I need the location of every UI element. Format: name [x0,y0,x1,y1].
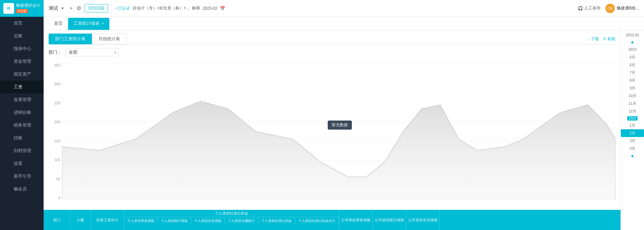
tab-home[interactable]: 首页 [49,18,68,30]
sidebar-label-member: 畅会员 [14,186,27,192]
month-2024-1月[interactable]: 1月 [621,122,644,129]
grid-line-50 [62,180,615,180]
user-section: CE 畅捷通B组... [605,4,639,13]
topbar-status: ✓已认证 好会计（专）+好生意（标）+... 账期 2023-02 📅 [115,5,225,11]
month-2023-12月[interactable]: 12月 [621,107,644,115]
sidebar-label-assets: 固定资产 [14,71,31,77]
th-sub-个人承担养老保险: 个人承担养老保险 [124,217,158,224]
sidebar-label-sales: 进销台账 [14,109,31,116]
sidebar-item-funds[interactable]: 资金管理 [0,55,44,68]
y-label-150: 150 [49,139,60,143]
y-label-0: 0 [49,196,60,200]
logo-text: 畅捷通好会计 专业版 [16,3,40,13]
sidebar-item-reports[interactable]: 报表中心 [0,42,44,55]
sidebar-item-salary[interactable]: 工资 [0,81,44,93]
sub-tabs: 部门工资统计表 月份统计表 ↓ 下载 ↻ 刷新 [44,30,621,45]
th-部门: 部门 [44,210,70,230]
y-label-250: 250 [49,101,60,105]
y-label-100: 100 [49,158,60,162]
switch-old-button[interactable]: 切到旧版 [85,4,108,12]
tab-salary-report[interactable]: 工资统计报表 × [68,18,109,30]
topbar: 测试 ▾ ＋ ⚙ 切到旧版 ✓已认证 好会计（专）+好生意（标）+... 账期 … [44,0,644,17]
content-main: 部门工资统计表 月份统计表 ↓ 下载 ↻ 刷新 部门： 全部 销售部 财务部 行… [44,30,621,230]
grid-line-150 [62,141,615,141]
th-extra-公司承担养老保险: 公司承担养老保险 [339,210,373,230]
y-label-50: 50 [49,177,60,181]
calendar-icon[interactable]: 📅 [220,6,225,11]
sidebar-label-settings: 设置 [14,160,22,167]
sidebar-item-settings[interactable]: 设置 [0,157,44,170]
sub-tab-month[interactable]: 月份统计表 [92,34,126,44]
logo-icon: 好 [3,3,14,14]
sidebar-label-tax: 税务管理 [14,122,31,128]
sidebar-item-home[interactable]: 首页 [0,17,44,30]
sidebar-label-reports: 报表中心 [14,46,31,52]
th-group-social: 个人承担社保公积金个人承担养老保险个人承担医疗保险个人承担失业保险个人承担大额医… [124,210,339,230]
topbar-right: 🎧 人工咨询 CE 畅捷通B组... [578,4,639,13]
company-dropdown-icon[interactable]: ▾ [61,6,64,11]
dept-filter-label: 部门： [49,49,62,55]
month-2023-5月[interactable]: 5月 [621,53,644,61]
year-header-2023: 2023 [621,45,644,53]
chart-container: 050100150200250300350 [44,60,621,210]
sidebar-label-ledger: 总账 [14,33,22,39]
month-2023-7月[interactable]: 7月 [621,69,644,77]
table-header: 部门人数应发工资合计个人承担社保公积金个人承担养老保险个人承担医疗保险个人承担失… [44,210,621,230]
sidebar-label-salary: 工资 [14,84,22,90]
th-应发工资合计: 应发工资合计 [91,210,124,230]
month-2023-8月[interactable]: 8月 [621,77,644,84]
chart-area: 暂无数据 [62,63,615,200]
grid-line-100 [62,160,615,161]
sidebar-item-archive[interactable]: 归档管理 [0,144,44,157]
month-2023-11月[interactable]: 11月 [621,100,644,107]
user-name: 畅捷通B组... [617,5,639,11]
sidebar-label-home: 首页 [14,20,22,26]
sidebar-item-member[interactable]: 畅会员 [0,183,44,195]
y-label-200: 200 [49,120,60,124]
sidebar-label-archive: 归档管理 [14,148,31,154]
avatar: CE [605,4,615,13]
th-人数: 人数 [70,210,91,230]
grid-line-300 [62,82,615,83]
sidebar-item-tax[interactable]: 税务管理 [0,119,44,132]
year-up-nav[interactable]: ▲ [629,38,636,45]
th-group-label: 个人承担社保公积金 [124,210,339,217]
th-sub-个人承担住房公积金: 个人承担住房公积金 [258,217,295,224]
month-2024-3月[interactable]: 3月 [621,137,644,145]
download-button[interactable]: ↓ 下载 [588,36,599,42]
month-2023-9月[interactable]: 9月 [621,84,644,92]
current-year-display: 2023.02 [624,32,641,38]
y-label-300: 300 [49,82,60,86]
grid-line-350 [62,63,615,63]
sub-tab-dept[interactable]: 部门工资统计表 [49,34,92,44]
sidebar-item-ledger[interactable]: 总账 [0,30,44,42]
month-2023-6月[interactable]: 6月 [621,61,644,69]
month-2023-10月[interactable]: 10月 [621,92,644,100]
chart-svg [62,63,615,200]
gear-icon[interactable]: ⚙ [76,5,81,11]
year-down-nav[interactable]: ▼ [629,152,636,160]
sidebar-item-invoice[interactable]: 发票管理 [0,93,44,106]
sidebar-item-settle[interactable]: 结账 [0,132,44,144]
service-button[interactable]: 🎧 人工咨询 [578,5,600,11]
sidebar-item-guide[interactable]: 新手引导 [0,170,44,183]
th-sub-个人承担社保公积金合计: 个人承担社保公积金合计 [295,217,339,224]
dept-select[interactable]: 全部 销售部 财务部 行政部 [65,48,119,56]
month-2024-2月[interactable]: 2月 [621,129,644,137]
sub-tabs-left: 部门工资统计表 月份统计表 [49,34,126,44]
year-header-2024: 2024 [621,115,644,122]
year-label-2023[interactable]: 2023 [627,46,638,52]
main-content: 测试 ▾ ＋ ⚙ 切到旧版 ✓已认证 好会计（专）+好生意（标）+... 账期 … [44,0,644,230]
refresh-button[interactable]: ↻ 刷新 [603,36,615,42]
sidebar-label-funds: 资金管理 [14,58,31,64]
month-2024-4月[interactable]: 4月 [621,145,644,152]
year-section-2023: 20235月6月7月8月9月10月11月12月 [621,45,644,115]
th-sub-个人承担医疗保险: 个人承担医疗保险 [158,217,191,224]
add-icon[interactable]: ＋ [68,5,74,12]
company-name: 测试 [49,5,58,11]
sidebar-item-assets[interactable]: 固定资产 [0,68,44,81]
year-badge-2024: 2024 [627,116,637,121]
tab-close-icon[interactable]: × [102,21,104,26]
topbar-actions: ＋ ⚙ [68,5,81,12]
sidebar-item-sales[interactable]: 进销台账 [0,106,44,119]
